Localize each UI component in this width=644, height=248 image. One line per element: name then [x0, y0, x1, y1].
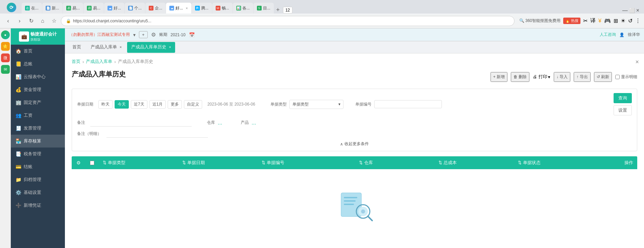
sidebar-item-payroll[interactable]: 👥 工资: [11, 109, 65, 122]
sidebar-item-basic-settings-label: 基础设置: [24, 189, 41, 196]
import-button[interactable]: ↓ 导入: [554, 72, 570, 82]
custom-date-button[interactable]: 自定义: [184, 100, 202, 109]
company-dropdown-icon[interactable]: ▾: [133, 32, 136, 38]
page-tab-product-history-close[interactable]: ×: [169, 45, 171, 49]
browser-tab-10[interactable]: M 畅...: [212, 3, 233, 14]
display-detail-checkbox[interactable]: [615, 75, 620, 79]
translate-icon[interactable]: 译: [590, 17, 596, 24]
sidebar-item-basic-settings[interactable]: ⚙️ 基础设置: [11, 186, 65, 199]
sidebar-item-fund-mgmt[interactable]: 💰 资金管理: [11, 83, 65, 96]
app-icon-weibo[interactable]: 微: [1, 53, 10, 62]
last7days-button[interactable]: 近7天: [131, 100, 147, 109]
sidebar-item-invoice[interactable]: 🧾 发票管理: [11, 122, 65, 135]
browser-tab-2[interactable]: 📄 新...: [42, 3, 63, 14]
settings-filter-button[interactable]: 设置: [614, 105, 632, 115]
app-icon-green[interactable]: ●: [1, 30, 10, 39]
settings-header-button[interactable]: ⚙: [151, 31, 156, 38]
browser-tab-9[interactable]: 腾 腾...: [192, 3, 212, 14]
sidebar-item-settlement[interactable]: 💳 结账: [11, 160, 65, 173]
scissors-icon[interactable]: ✂: [583, 18, 588, 24]
th-total-cost-label: 总成本: [444, 160, 457, 165]
more-date-button[interactable]: 更多: [168, 100, 182, 109]
hot-search-badge[interactable]: 🔥 热搜: [563, 18, 580, 24]
new-tab-button[interactable]: +: [274, 6, 282, 14]
last1month-button[interactable]: 近1月: [149, 100, 166, 109]
th-total-cost[interactable]: ⇅ 总成本: [434, 156, 514, 169]
th-checkbox-cell[interactable]: [85, 157, 99, 168]
breadcrumb-product-list[interactable]: 产成品入库单: [86, 59, 112, 65]
th-doc-status[interactable]: ⇅ 单据状态: [514, 156, 593, 169]
page-tab-product-history[interactable]: 产成品入库单历史 ×: [127, 42, 175, 53]
th-settings-cell[interactable]: ⚙: [72, 157, 85, 169]
sidebar-item-fixed-assets[interactable]: 🏢 固定资产: [11, 96, 65, 109]
browser-tab-7[interactable]: C 企...: [145, 3, 166, 14]
avatar-icon[interactable]: 👤: [619, 32, 624, 37]
add-button[interactable]: + 新增: [491, 72, 507, 82]
select-all-checkbox[interactable]: [90, 161, 94, 165]
today-button[interactable]: 今天: [115, 100, 129, 109]
th-doc-date-sort-icon: ⇅: [182, 160, 186, 165]
doc-number-input[interactable]: [374, 100, 442, 108]
yesterday-button[interactable]: 昨天: [98, 100, 113, 109]
browser-tab-5[interactable]: ☁ 好...: [104, 3, 124, 14]
remark-detail-input[interactable]: [106, 130, 208, 138]
tab-favicon-11: 📊: [236, 6, 241, 10]
warehouse-selector[interactable]: ...: [218, 120, 222, 126]
browser-tab-12[interactable]: S 目...: [254, 3, 274, 14]
browser-tab-3[interactable]: 易 易...: [63, 3, 83, 14]
page-tab-product-list[interactable]: 产成品入库单 ×: [87, 42, 126, 53]
th-doc-type[interactable]: ⇅ 单据类型: [99, 156, 178, 169]
th-doc-number[interactable]: ⇅ 单据编号: [258, 156, 355, 169]
sidebar-item-general-ledger[interactable]: 📒 总账: [11, 58, 65, 70]
browser-tab-1[interactable]: 在 在...: [22, 3, 42, 14]
app-icon-mail[interactable]: ✉: [1, 65, 10, 74]
print-dropdown[interactable]: 🖨 打印 ▾: [533, 74, 550, 80]
sidebar-item-tax-mgmt[interactable]: 📑 税务管理: [11, 148, 65, 160]
back-button[interactable]: ‹: [3, 16, 13, 26]
browser-tab-6[interactable]: 📄 个...: [125, 3, 145, 14]
doc-type-select[interactable]: 单据类型 ▾: [289, 100, 343, 109]
add-period-button[interactable]: +: [139, 31, 148, 38]
bookmark-button[interactable]: ☆: [49, 16, 59, 26]
panel-close-button[interactable]: ×: [635, 59, 639, 66]
game-icon[interactable]: 🎮: [604, 18, 611, 24]
breadcrumb-home[interactable]: 首页: [72, 59, 80, 65]
query-button[interactable]: 查询: [614, 93, 632, 103]
forward-button[interactable]: ›: [15, 16, 24, 26]
sidebar-item-archive[interactable]: 📁 归档管理: [11, 173, 65, 186]
table-settings-icon[interactable]: ⚙: [76, 160, 81, 165]
sidebar-item-cloud-reports[interactable]: 📊 云报表中心: [11, 70, 65, 83]
undo-icon[interactable]: ↺: [628, 18, 633, 24]
breadcrumb-current: 产成品入库单历史: [118, 59, 153, 65]
refresh-button-main[interactable]: ↺ 刷新: [594, 72, 612, 82]
currency-icon[interactable]: ¥: [598, 18, 601, 24]
collapse-button[interactable]: ∧ 收起更多条件: [340, 141, 369, 147]
th-warehouse[interactable]: ⇅ 仓库: [355, 156, 434, 169]
tab-close-8[interactable]: ×: [186, 6, 188, 10]
product-selector[interactable]: ...: [252, 120, 256, 126]
browser-tab-11[interactable]: 📊 各...: [233, 3, 253, 14]
url-input[interactable]: 🔒 https://cloud.chanjet.com/accounting/u…: [61, 16, 515, 26]
calendar-icon[interactable]: 📅: [189, 32, 195, 38]
close-browser-button[interactable]: ×: [636, 7, 639, 14]
sidebar-item-inventory[interactable]: 🏪 库存核算: [11, 135, 65, 148]
weather-icon[interactable]: ☀: [621, 18, 625, 24]
browser-tab-4[interactable]: 易 易...: [84, 3, 104, 14]
delete-button[interactable]: 🗑 删除: [511, 72, 529, 82]
grid-icon[interactable]: ⊞: [614, 18, 618, 24]
remark-input[interactable]: [90, 119, 192, 127]
page-tab-home[interactable]: 首页: [68, 42, 85, 53]
export-button[interactable]: ↑ 导出: [574, 72, 590, 82]
browser-tab-8[interactable]: ☁ 好... ×: [166, 3, 191, 14]
maximize-button[interactable]: ⬜: [629, 7, 635, 14]
home-button[interactable]: ⌂: [38, 16, 47, 26]
th-doc-date[interactable]: ⇅ 单据日期: [178, 156, 258, 169]
app-icon-star[interactable]: ⭐: [1, 42, 10, 51]
sidebar-item-new-voucher[interactable]: ➕ 新增凭证: [11, 199, 65, 212]
more-icon[interactable]: ⋮: [635, 18, 641, 24]
page-tab-product-list-close[interactable]: ×: [120, 45, 122, 49]
user-service-link[interactable]: 人工咨询: [600, 32, 616, 38]
sidebar-item-home[interactable]: 🏠 首页: [11, 45, 65, 58]
refresh-button[interactable]: ↻: [26, 16, 36, 26]
minimize-button[interactable]: —: [622, 7, 628, 14]
